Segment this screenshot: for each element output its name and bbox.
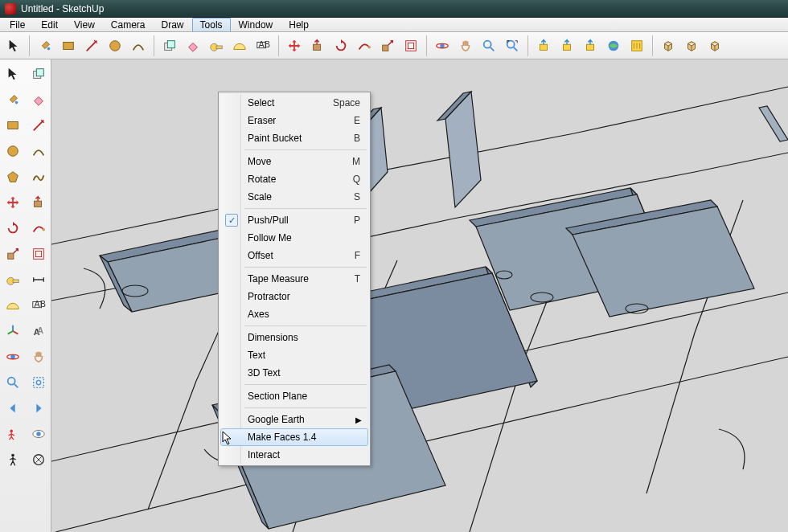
- rectangle-icon[interactable]: [1, 113, 25, 137]
- svg-point-47: [11, 454, 14, 457]
- text-icon[interactable]: ABC: [27, 293, 51, 317]
- menu-item-eraser[interactable]: EraserE: [220, 112, 368, 129]
- menu-item-section-plane[interactable]: Section Plane: [220, 387, 368, 405]
- menu-item-label: Axes: [248, 309, 269, 320]
- zoom-icon[interactable]: [478, 35, 499, 56]
- followme-icon[interactable]: [354, 35, 375, 56]
- offset-icon[interactable]: [27, 242, 51, 266]
- eraser-icon[interactable]: [27, 88, 51, 112]
- zoom-icon[interactable]: [1, 370, 25, 395]
- circle-icon[interactable]: [1, 139, 25, 163]
- component-icon[interactable]: [27, 62, 51, 86]
- svg-rect-34: [13, 280, 18, 283]
- menu-item-rotate[interactable]: RotateQ: [220, 170, 368, 188]
- offset-icon[interactable]: [400, 35, 421, 56]
- rotate-icon[interactable]: [1, 216, 25, 240]
- menu-item-3d-text[interactable]: 3D Text: [220, 364, 368, 382]
- circle-icon[interactable]: [105, 35, 125, 56]
- menu-item-label: Eraser: [248, 115, 276, 126]
- tape-icon[interactable]: [1, 268, 25, 292]
- toggle-terrain-icon[interactable]: [626, 35, 647, 56]
- text-icon[interactable]: ABC: [252, 35, 273, 56]
- menu-item-label: 3D Text: [248, 367, 280, 379]
- svg-rect-19: [564, 44, 571, 50]
- axes-icon[interactable]: [1, 319, 25, 343]
- freehand-icon[interactable]: [27, 165, 51, 189]
- rectangle-icon[interactable]: [58, 35, 79, 56]
- move-icon[interactable]: [1, 190, 25, 215]
- component-icon[interactable]: [159, 35, 180, 56]
- svg-rect-9: [314, 44, 321, 50]
- menu-item-follow-me[interactable]: Follow Me: [220, 229, 368, 247]
- select-icon[interactable]: [1, 62, 25, 86]
- prev-icon[interactable]: [1, 396, 25, 420]
- pushpull-icon[interactable]: [27, 190, 51, 215]
- line-icon[interactable]: [81, 35, 102, 56]
- tools-dropdown[interactable]: SelectSpaceEraserEPaint BucketBMoveMRota…: [218, 92, 371, 466]
- menu-item-offset[interactable]: OffsetF: [220, 247, 368, 264]
- position-camera-icon[interactable]: [1, 422, 25, 446]
- menu-view[interactable]: View: [66, 18, 103, 31]
- scale-icon[interactable]: [377, 35, 398, 56]
- line-icon[interactable]: [27, 113, 51, 137]
- menu-file[interactable]: File: [2, 18, 33, 31]
- orbit-icon[interactable]: [1, 345, 25, 369]
- move-icon[interactable]: [284, 35, 305, 56]
- menu-help[interactable]: Help: [281, 18, 317, 31]
- menubar[interactable]: FileEditViewCameraDrawToolsWindowHelp: [0, 18, 788, 32]
- menu-item-tape-measure[interactable]: Tape MeasureT: [220, 270, 368, 288]
- get-models-icon[interactable]: [533, 35, 554, 56]
- next-icon[interactable]: [27, 396, 51, 420]
- protractor-icon[interactable]: [1, 293, 25, 317]
- protractor-icon[interactable]: [229, 35, 250, 56]
- menu-item-select[interactable]: SelectSpace: [220, 94, 368, 112]
- zoom-extents-icon[interactable]: [502, 35, 523, 56]
- google-earth-icon[interactable]: [603, 35, 624, 56]
- zoom-window-icon[interactable]: [27, 370, 51, 395]
- pan-icon[interactable]: [455, 35, 476, 56]
- arc-icon[interactable]: [27, 139, 51, 163]
- box1-icon[interactable]: [658, 35, 679, 56]
- menu-item-interact[interactable]: Interact: [220, 446, 368, 464]
- viewport[interactable]: SelectSpaceEraserEPaint BucketBMoveMRota…: [51, 59, 788, 532]
- menu-draw[interactable]: Draw: [154, 18, 192, 31]
- paint-bucket-icon[interactable]: [35, 35, 55, 56]
- menu-item-paint-bucket[interactable]: Paint BucketB: [220, 129, 368, 147]
- tape-icon[interactable]: [206, 35, 227, 56]
- rotate-icon[interactable]: [330, 35, 351, 56]
- menu-item-google-earth[interactable]: Google Earth▶: [220, 411, 368, 428]
- menu-item-protractor[interactable]: Protractor: [220, 288, 368, 305]
- section-plane-icon[interactable]: [27, 448, 51, 472]
- dimensions-icon[interactable]: [27, 268, 51, 292]
- menu-tools[interactable]: Tools: [192, 18, 231, 31]
- svg-rect-24: [36, 69, 43, 76]
- menu-camera[interactable]: Camera: [103, 18, 154, 31]
- eraser-icon[interactable]: [183, 35, 203, 56]
- menu-item-dimensions[interactable]: Dimensions: [220, 329, 368, 346]
- upload-icon[interactable]: [580, 35, 601, 56]
- menu-item-push-pull[interactable]: Push/PullP✓: [220, 211, 368, 229]
- pan-icon[interactable]: [27, 345, 51, 369]
- menu-item-label: Interact: [248, 449, 280, 460]
- menu-item-text[interactable]: Text: [220, 346, 368, 364]
- paint-bucket-icon[interactable]: [1, 88, 25, 112]
- arc-icon[interactable]: [128, 35, 149, 56]
- 3dtext-icon[interactable]: AA: [27, 319, 51, 343]
- share-model-icon[interactable]: [556, 35, 577, 56]
- menu-window[interactable]: Window: [231, 18, 281, 31]
- menu-item-make-faces-1-4[interactable]: Make Faces 1.4: [220, 428, 368, 446]
- walk-icon[interactable]: [1, 448, 25, 472]
- menu-edit[interactable]: Edit: [33, 18, 66, 31]
- pushpull-icon[interactable]: [307, 35, 328, 56]
- followme-icon[interactable]: [27, 216, 51, 240]
- look-around-icon[interactable]: [27, 422, 51, 446]
- orbit-icon[interactable]: [432, 35, 453, 56]
- box2-icon[interactable]: [681, 35, 702, 56]
- box3-icon[interactable]: [704, 35, 725, 56]
- menu-item-scale[interactable]: ScaleS: [220, 188, 368, 206]
- menu-item-move[interactable]: MoveM: [220, 153, 368, 170]
- polygon-icon[interactable]: [1, 165, 25, 189]
- menu-item-axes[interactable]: Axes: [220, 305, 368, 323]
- scale-icon[interactable]: [1, 242, 25, 266]
- select-arrow-icon[interactable]: [3, 35, 24, 56]
